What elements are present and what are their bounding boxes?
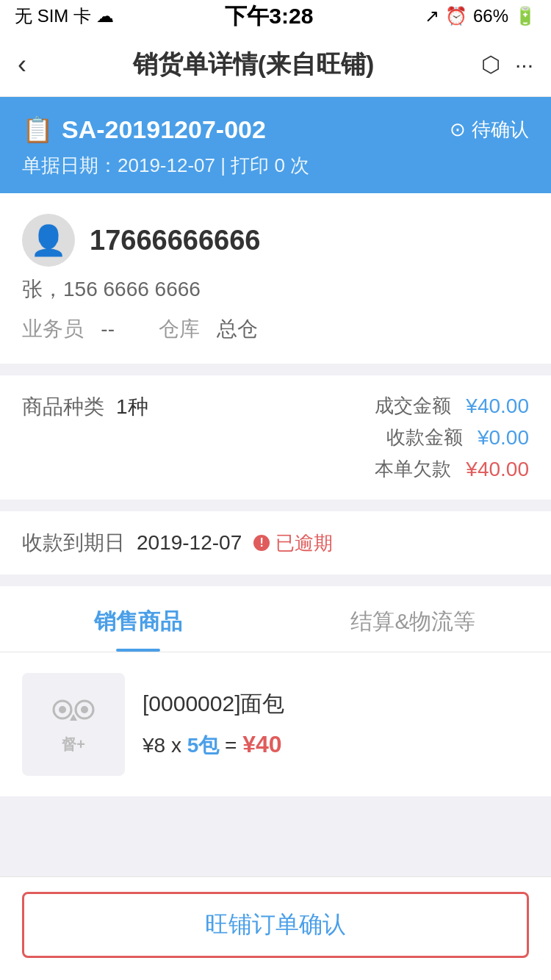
tabs-row: 销售商品 结算&物流等 bbox=[0, 586, 551, 652]
sim-text: 无 SIM 卡 ☁ bbox=[15, 4, 114, 28]
total-price: ¥40 bbox=[242, 731, 281, 757]
owl-logo bbox=[48, 695, 99, 732]
due-date-label: 收款到期日 bbox=[22, 529, 125, 557]
nav-actions: ⬡ ··· bbox=[445, 51, 533, 77]
order-icon: 📋 bbox=[22, 115, 53, 144]
svg-point-2 bbox=[59, 706, 66, 713]
tab-sales-goods[interactable]: 销售商品 bbox=[0, 586, 276, 652]
received-label: 收款金额 bbox=[386, 425, 463, 450]
customer-meta: 业务员 -- 仓库 总仓 bbox=[22, 315, 529, 343]
summary-section: 商品种类 1种 成交金额 ¥40.00 收款金额 ¥0.00 本单欠款 ¥40.… bbox=[0, 375, 551, 500]
due-date-value: 2019-12-07 bbox=[137, 531, 242, 555]
status-bar: 无 SIM 卡 ☁ 下午3:28 ↗ ⏰ 66% 🔋 bbox=[0, 0, 551, 32]
location-icon: ↗ bbox=[425, 6, 439, 26]
confirm-button[interactable]: 旺铺订单确认 bbox=[22, 892, 529, 958]
goods-type-label: 商品种类 bbox=[22, 393, 104, 421]
status-time: 下午3:28 bbox=[225, 1, 313, 32]
order-id: 📋 SA-20191207-002 bbox=[22, 115, 266, 144]
status-left: 无 SIM 卡 ☁ bbox=[15, 4, 114, 28]
logo-plus-text: 督+ bbox=[62, 735, 85, 754]
customer-phone: 17666666666 bbox=[90, 225, 260, 256]
battery-text: 66% bbox=[473, 6, 508, 26]
received-row: 收款金额 ¥0.00 bbox=[386, 425, 529, 450]
share-icon[interactable]: ⬡ bbox=[481, 51, 500, 77]
order-status-text: 待确认 bbox=[472, 117, 529, 143]
avatar: 👤 bbox=[22, 214, 75, 267]
salesperson-value: -- bbox=[101, 317, 115, 340]
user-icon: 👤 bbox=[30, 223, 67, 258]
product-thumbnail: 督+ bbox=[22, 673, 125, 776]
amount-summary: 成交金额 ¥40.00 收款金额 ¥0.00 本单欠款 ¥40.00 bbox=[375, 393, 529, 482]
owed-row: 本单欠款 ¥40.00 bbox=[375, 456, 529, 482]
bottom-bar: 旺铺订单确认 bbox=[0, 876, 551, 980]
goods-type-info: 商品种类 1种 bbox=[22, 393, 148, 421]
status-right: ↗ ⏰ 66% 🔋 bbox=[425, 6, 536, 26]
deal-amount-row: 成交金额 ¥40.00 bbox=[375, 393, 529, 419]
tabs-section: 销售商品 结算&物流等 督+ [0000002]面包 ¥8 bbox=[0, 586, 551, 796]
due-date-section: 收款到期日 2019-12-07 ! 已逾期 bbox=[0, 511, 551, 574]
svg-marker-4 bbox=[70, 714, 77, 721]
order-header-banner: 📋 SA-20191207-002 ⊙ 待确认 单据日期：2019-12-07 … bbox=[0, 97, 551, 193]
salesperson-label: 业务员 bbox=[22, 317, 84, 340]
equals-sign: = bbox=[225, 734, 242, 757]
confirm-button-label: 旺铺订单确认 bbox=[205, 909, 346, 941]
thumb-content: 督+ bbox=[48, 695, 99, 754]
back-button[interactable]: ‹ bbox=[18, 49, 62, 80]
owed-value: ¥40.00 bbox=[466, 458, 529, 481]
order-id-row: 📋 SA-20191207-002 ⊙ 待确认 bbox=[22, 115, 529, 144]
customer-top: 👤 17666666666 bbox=[22, 214, 529, 267]
more-icon[interactable]: ··· bbox=[515, 52, 533, 77]
goods-type-value: 1种 bbox=[116, 393, 148, 421]
battery-icon: 🔋 bbox=[514, 6, 536, 26]
overdue-dot-icon: ! bbox=[253, 535, 270, 551]
salesperson-info: 业务员 -- bbox=[22, 315, 115, 343]
product-price: ¥8 x 5包 = ¥40 bbox=[143, 731, 529, 760]
warehouse-value: 总仓 bbox=[217, 317, 258, 340]
overdue-badge: ! 已逾期 bbox=[253, 530, 333, 556]
customer-section: 👤 17666666666 张，156 6666 6666 业务员 -- 仓库 … bbox=[0, 193, 551, 364]
product-info: [0000002]面包 ¥8 x 5包 = ¥40 bbox=[143, 689, 529, 760]
tab-settlement[interactable]: 结算&物流等 bbox=[276, 586, 551, 652]
received-value: ¥0.00 bbox=[478, 426, 529, 450]
product-item: 督+ [0000002]面包 ¥8 x 5包 = ¥40 bbox=[0, 652, 551, 796]
clock-icon: ⊙ bbox=[450, 118, 466, 141]
quantity: 5包 bbox=[187, 734, 220, 757]
deal-amount-label: 成交金额 bbox=[375, 393, 451, 419]
owed-label: 本单欠款 bbox=[375, 456, 451, 482]
alarm-icon: ⏰ bbox=[445, 6, 467, 26]
warehouse-label: 仓库 bbox=[159, 317, 200, 340]
svg-point-3 bbox=[81, 706, 88, 713]
product-name: [0000002]面包 bbox=[143, 689, 529, 719]
order-id-text: SA-20191207-002 bbox=[62, 115, 266, 144]
nav-bar: ‹ 销货单详情(来自旺铺) ⬡ ··· bbox=[0, 32, 551, 97]
order-date: 单据日期：2019-12-07 | 打印 0 次 bbox=[22, 153, 529, 179]
customer-name: 张，156 6666 6666 bbox=[22, 275, 529, 303]
overdue-text: 已逾期 bbox=[276, 530, 333, 556]
deal-amount-value: ¥40.00 bbox=[466, 394, 529, 418]
warehouse-info: 仓库 总仓 bbox=[159, 315, 258, 343]
unit-price: ¥8 bbox=[143, 734, 165, 757]
page-title: 销货单详情(来自旺铺) bbox=[62, 48, 445, 82]
multiply-sign: x bbox=[171, 734, 187, 757]
order-status: ⊙ 待确认 bbox=[450, 117, 529, 143]
